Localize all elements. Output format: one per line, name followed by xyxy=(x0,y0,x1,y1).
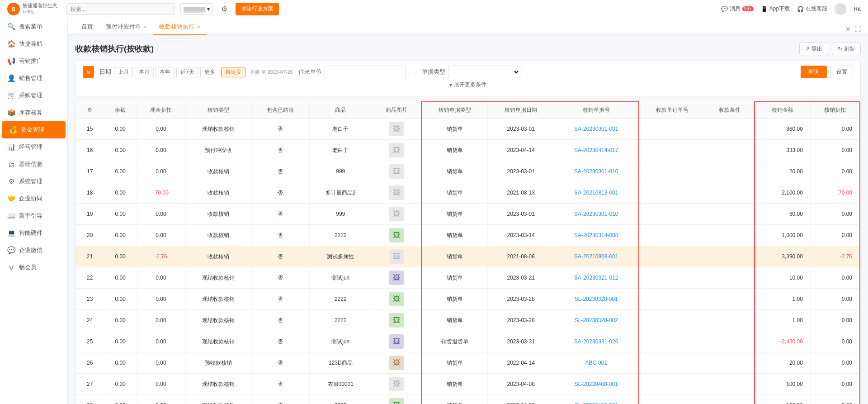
verify-no-link[interactable]: SA-20230301-010 xyxy=(574,168,618,175)
sidebar-item-corp[interactable]: 🤝 企业协同 xyxy=(0,190,67,207)
tab-prepay[interactable]: 预付冲应付单 × xyxy=(99,19,153,35)
btn-cur-month[interactable]: 本月 xyxy=(135,67,154,77)
sidebar-label: 企业协同 xyxy=(19,195,42,203)
cell-verify-date: 2023-03-28 xyxy=(488,310,554,331)
query-button[interactable]: 查询 xyxy=(801,66,827,78)
cell-include-settled: 否 xyxy=(252,331,310,352)
tab-verify-close[interactable]: × xyxy=(197,24,200,29)
expand-more-btn[interactable]: ▾ 展开更多条件 xyxy=(83,81,853,89)
receipt-type-select[interactable] xyxy=(448,66,520,78)
verify-no-link[interactable]: SL-20230418-001 xyxy=(575,402,618,404)
table-row: 18 0.00 -70.00 收款核销 否 多计量商品2 🖼 销货单 2021-… xyxy=(75,182,860,204)
cell-product-img: 🖼 xyxy=(372,204,421,225)
online-service-action[interactable]: 🎧 在线客服 xyxy=(797,5,827,13)
tab-prepay-close[interactable]: × xyxy=(144,24,146,29)
cell-cash-discount: 0.00 xyxy=(137,374,186,395)
filter-collapse-btn[interactable]: » xyxy=(83,66,94,78)
dropdown-selector[interactable]: ▓▓▓▓▓▓ ▾ xyxy=(180,3,213,15)
btn-cur-year[interactable]: 本年 xyxy=(156,67,175,77)
industry-btn[interactable]: 体验行业方案 xyxy=(236,3,279,15)
sidebar-item-inventory[interactable]: 📦 库存核算 xyxy=(0,104,67,121)
cell-balance: 0.00 xyxy=(104,289,137,310)
sidebar-item-hardware[interactable]: 💻 智能硬件 xyxy=(0,224,67,242)
chevron-down-icon: ▾ xyxy=(449,82,452,88)
sidebar-item-vip[interactable]: V 畅会员 xyxy=(0,259,67,276)
cell-balance: 0.00 xyxy=(104,395,137,404)
sidebar-item-bizmanage[interactable]: 📊 经营管理 xyxy=(0,138,67,156)
tab-bar-end: ✕ ⛶ xyxy=(845,25,861,34)
sidebar-item-system[interactable]: ⚙ 系统管理 xyxy=(0,173,67,190)
close-window-icon[interactable]: ✕ xyxy=(845,25,851,33)
table-row: 19 0.00 0.00 收款核销 否 999 🖼 销货单 2023-03-01… xyxy=(75,204,860,225)
refresh-button[interactable]: ↻ 刷新 xyxy=(832,43,861,55)
verify-no-link[interactable]: SA-20230301-001 xyxy=(574,126,618,132)
verify-no-link[interactable]: SA-20210813-001 xyxy=(574,190,618,196)
cell-receipt-no xyxy=(639,395,705,404)
avatar[interactable] xyxy=(835,3,846,15)
sidebar-item-base[interactable]: 🗂 基础信息 xyxy=(0,156,67,173)
tab-home[interactable]: 首页 xyxy=(75,19,99,35)
sidebar-item-marketing[interactable]: 📢 营销推广 xyxy=(0,52,67,70)
table-row: 15 0.00 0.00 现销收款核销 否 老白干 🖼 销货单 2023-03-… xyxy=(75,119,860,140)
cell-verify-no: SA-20230301-010 xyxy=(554,204,638,225)
sidebar-item-quicknav[interactable]: 🏠 快捷导航 xyxy=(0,35,67,52)
cell-include-settled: 否 xyxy=(252,161,310,182)
maximize-icon[interactable]: ⛶ xyxy=(854,25,861,33)
search-input[interactable] xyxy=(66,3,175,15)
verify-no-link[interactable]: SL-20230328-002 xyxy=(575,317,618,323)
cell-verify-no: SA-20230331-026 xyxy=(554,331,638,352)
verify-no-link[interactable]: SL-20230328-001 xyxy=(575,296,618,302)
cell-verify-amount: 2,100.00 xyxy=(755,182,810,204)
settings-icon[interactable]: ⚙ xyxy=(218,3,230,15)
verify-no-link[interactable]: ABC-001 xyxy=(585,360,607,366)
counterpart-input[interactable] xyxy=(325,66,406,78)
cell-balance: 0.00 xyxy=(104,310,137,331)
cell-receipt-cond xyxy=(705,352,755,374)
sidebar-item-guide[interactable]: 📖 新手引导 xyxy=(0,207,67,224)
laptop-icon: 💻 xyxy=(7,229,15,237)
verify-no-link[interactable]: SA-20230414-017 xyxy=(574,147,618,153)
verify-no-link[interactable]: SA-20230331-026 xyxy=(574,338,618,345)
btn-prev-month[interactable]: 上月 xyxy=(114,67,133,77)
th-settings[interactable]: ⚙ xyxy=(75,102,104,119)
cell-verify-receipt-type: 销货单 xyxy=(421,352,488,374)
book-icon: 📖 xyxy=(7,212,15,220)
filter-actions: 查询 设置 xyxy=(801,66,853,78)
cell-receipt-no xyxy=(639,204,705,225)
sidebar-item-sales[interactable]: 👤 销售管理 xyxy=(0,70,67,87)
table-row: 25 0.00 0.00 现结收款核销 否 测试jun 🖼 销货退货单 2023… xyxy=(75,331,860,352)
btn-more-date[interactable]: 更多 xyxy=(200,67,219,77)
sidebar-item-search[interactable]: 🔍 搜索菜单 xyxy=(0,18,67,35)
column-settings-icon[interactable]: ⚙ xyxy=(85,105,94,114)
cell-index: 17 xyxy=(75,161,104,182)
cell-balance: 0.00 xyxy=(104,204,137,225)
tab-verify[interactable]: 收款核销执行 × xyxy=(153,19,206,35)
btn-custom-date[interactable]: 自定义 xyxy=(221,67,245,77)
cell-include-settled: 否 xyxy=(252,225,310,246)
verify-no-link[interactable]: SA-20230321-012 xyxy=(574,275,618,281)
cell-include-settled: 否 xyxy=(252,182,310,204)
table-scroll-area[interactable]: ⚙ 余额 现金折扣 核销类型 包含已结清 商品 商品图片 核销单据类型 核销单据… xyxy=(75,101,860,404)
verify-no-link[interactable]: SA-20210808-001 xyxy=(574,253,618,260)
btn-7days[interactable]: 近7天 xyxy=(176,67,198,77)
receipt-type-label: 单据类型 xyxy=(422,68,445,76)
settings-button[interactable]: 设置 xyxy=(830,66,853,78)
cell-index: 23 xyxy=(75,289,104,310)
cell-product: 123D商品 xyxy=(309,352,372,374)
cell-balance: 0.00 xyxy=(104,267,137,289)
cell-verify-discount: -70.00 xyxy=(810,182,860,204)
headset-icon: 🎧 xyxy=(797,6,804,12)
verify-no-link[interactable]: SA-20230301-010 xyxy=(574,211,618,217)
verify-no-link[interactable]: SA-20230314-008 xyxy=(574,232,618,238)
app-download-action[interactable]: 📱 App下载 xyxy=(761,5,790,13)
vip-icon: V xyxy=(7,264,15,271)
table-row: 23 0.00 0.00 现结收款核销 否 2222 🖼 销货单 2023-03… xyxy=(75,289,860,310)
export-button[interactable]: ↗ 导出 xyxy=(799,43,828,55)
sidebar-item-purchase[interactable]: 🛒 采购管理 xyxy=(0,87,67,104)
sidebar-item-wechat[interactable]: 💬 企业微信 xyxy=(0,242,67,259)
sidebar-item-finance[interactable]: 💰 资金管理 xyxy=(2,121,66,138)
sidebar-label: 畅会员 xyxy=(19,263,37,271)
verify-no-link[interactable]: SL-20230408-001 xyxy=(575,381,618,387)
messages-action[interactable]: 💬 消息 99+ xyxy=(721,5,754,13)
cell-verify-type: 现结收款核销 xyxy=(185,395,251,404)
